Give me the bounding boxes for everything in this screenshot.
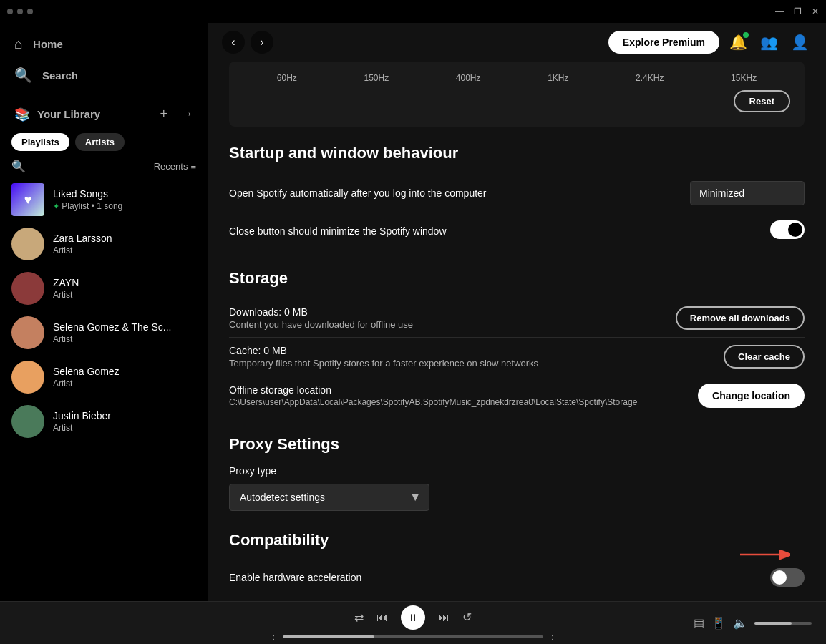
devices-button[interactable]: 📱 [711, 616, 726, 630]
progress-bar[interactable] [283, 635, 543, 638]
library-item-name: ZAYN [53, 277, 196, 288]
back-button[interactable]: ‹ [222, 31, 245, 54]
list-item[interactable]: Selena Gomez & The Sc... Artist [0, 311, 208, 355]
proxy-type-label: Proxy type [229, 465, 805, 477]
friends-button[interactable]: 👥 [757, 31, 781, 54]
downloads-right: Remove all downloads [676, 306, 805, 330]
open-spotify-label: Open Spotify automatically after you log… [229, 187, 676, 199]
close-button-row: Close button should minimize the Spotify… [229, 213, 805, 249]
library-expand-button[interactable]: → [178, 104, 196, 125]
clear-cache-button[interactable]: Clear cache [724, 345, 805, 369]
library-item-sub: Artist [53, 423, 196, 433]
change-location-button[interactable]: Change location [698, 384, 805, 408]
library-items: ♥ Liked Songs ✦ Playlist • 1 song Zara L… [0, 177, 208, 601]
maximize-button[interactable]: ❐ [794, 6, 802, 16]
library-item-sub: Artist [53, 379, 196, 389]
downloads-label: Downloads: 0 MB [229, 306, 661, 318]
hw-accel-toggle[interactable] [770, 568, 805, 587]
open-spotify-row: Open Spotify automatically after you log… [229, 174, 805, 213]
profile-button[interactable]: 👤 [788, 31, 812, 54]
toggle-thumb [788, 223, 802, 237]
library-item-info: Zara Larsson Artist [53, 233, 196, 255]
notifications-button[interactable]: 🔔 [727, 31, 750, 54]
library-item-info: Justin Bieber Artist [53, 410, 196, 433]
forward-button[interactable]: › [251, 31, 273, 54]
filter-playlists-button[interactable]: Playlists [11, 133, 69, 151]
library-item-info: Liked Songs ✦ Playlist • 1 song [53, 188, 196, 211]
close-button-label: Close button should minimize the Spotify… [229, 225, 756, 237]
compatibility-section-title: Compatibility [229, 531, 805, 550]
eq-label-150: 150Hz [364, 73, 389, 83]
proxy-section-title: Proxy Settings [229, 435, 805, 454]
offline-location-left: Offline storage location C:\Users\user\A… [229, 384, 684, 407]
search-icon: 🔍 [14, 67, 32, 84]
volume-button[interactable]: 🔈 [733, 616, 747, 630]
eq-label-2k4: 2.4KHz [636, 73, 664, 83]
library-item-sub: Artist [53, 245, 196, 255]
list-item[interactable]: Justin Bieber Artist [0, 399, 208, 444]
volume-bar[interactable] [754, 622, 812, 625]
sidebar-nav: ⌂ Home 🔍 Search [0, 23, 208, 97]
library-recents[interactable]: Recents ≡ [154, 161, 196, 172]
eq-reset-button[interactable]: Reset [734, 90, 790, 112]
hw-accel-toggle-thumb [772, 570, 787, 585]
cache-label-text: Cache: [229, 345, 261, 356]
close-button-toggle[interactable] [770, 220, 805, 239]
queue-button[interactable]: ▤ [694, 616, 704, 630]
topbar: ‹ › Explore Premium 🔔 👥 👤 [208, 23, 826, 62]
progress-end: -:- [549, 633, 556, 641]
explore-premium-button[interactable]: Explore Premium [608, 31, 719, 54]
shuffle-button[interactable]: ⇄ [354, 610, 364, 624]
eq-section: 60Hz 150Hz 400Hz 1KHz 2.4KHz 15KHz Reset [229, 62, 805, 127]
list-item[interactable]: ♥ Liked Songs ✦ Playlist • 1 song [0, 177, 208, 222]
sidebar-item-label-search: Search [42, 69, 78, 82]
library-filters: Playlists Artists [0, 129, 208, 155]
liked-songs-thumb: ♥ [11, 183, 44, 216]
repeat-button[interactable]: ↺ [462, 610, 472, 624]
liked-sub-label: Playlist • 1 song [62, 201, 122, 211]
selena-thumb [11, 361, 44, 394]
library-icon: 📚 [14, 107, 30, 122]
home-icon: ⌂ [14, 36, 23, 52]
eq-label-400: 400Hz [456, 73, 481, 83]
open-spotify-select[interactable]: Minimized Normal Maximized No [690, 181, 805, 205]
topbar-nav: ‹ › [222, 31, 273, 54]
list-item[interactable]: ZAYN Artist [0, 266, 208, 311]
storage-section-title: Storage [229, 269, 805, 288]
progress-start: -:- [270, 633, 277, 641]
sidebar: ⌂ Home 🔍 Search 📚 Your Library + → Playl… [0, 23, 208, 601]
library-item-info: Selena Gomez & The Sc... Artist [53, 321, 196, 344]
filter-artists-button[interactable]: Artists [75, 133, 125, 151]
topbar-right: Explore Premium 🔔 👥 👤 [608, 31, 812, 54]
cache-right: Clear cache [724, 345, 805, 369]
proxy-type-select[interactable]: Autodetect settings No proxy HTTP Proxy … [229, 484, 429, 511]
minimize-button[interactable]: — [775, 6, 784, 16]
list-item[interactable]: Selena Gomez Artist [0, 355, 208, 399]
notification-dot [743, 32, 749, 38]
downloads-value: 0 MB [284, 306, 308, 318]
liked-badge: ✦ [53, 202, 59, 210]
library-add-button[interactable]: + [157, 104, 170, 125]
library-item-sub: Artist [53, 334, 196, 344]
titlebar-dot-1 [7, 9, 13, 14]
sidebar-item-search[interactable]: 🔍 Search [0, 59, 208, 91]
library-item-sub: ✦ Playlist • 1 song [53, 201, 196, 211]
cache-left: Cache: 0 MB Temporary files that Spotify… [229, 345, 709, 369]
close-button-toggle-container [770, 220, 805, 242]
previous-button[interactable]: ⏮ [376, 611, 388, 624]
remove-downloads-button[interactable]: Remove all downloads [676, 306, 805, 330]
open-spotify-right: Minimized Normal Maximized No [690, 181, 805, 205]
offline-location-path: C:\Users\user\AppData\Local\Packages\Spo… [229, 397, 684, 407]
sidebar-item-home[interactable]: ⌂ Home [0, 29, 208, 59]
cache-label: Cache: 0 MB [229, 345, 709, 356]
next-button[interactable]: ⏭ [438, 611, 450, 624]
library-search-icon[interactable]: 🔍 [11, 160, 26, 173]
play-pause-button[interactable]: ⏸ [401, 605, 425, 630]
eq-labels: 60Hz 150Hz 400Hz 1KHz 2.4KHz 15KHz [243, 73, 790, 83]
list-item[interactable]: Zara Larsson Artist [0, 222, 208, 266]
close-button[interactable]: ✕ [812, 6, 819, 16]
hw-accel-row: Enable hardware acceleration [229, 561, 805, 594]
library-title-label: Your Library [37, 108, 100, 120]
hw-accel-label: Enable hardware acceleration [229, 572, 361, 583]
downloads-label-text: Downloads: [229, 306, 281, 318]
